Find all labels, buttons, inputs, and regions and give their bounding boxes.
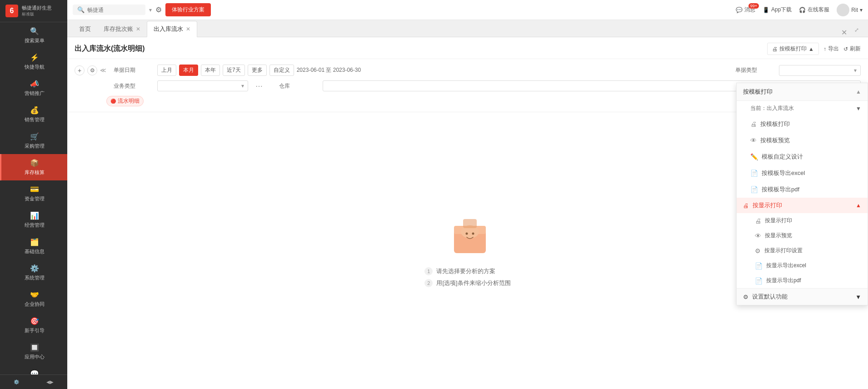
app-logo: 6 畅捷通好生意 标准版 bbox=[0, 0, 67, 22]
refresh-button[interactable]: ↺ 刷新 bbox=[843, 45, 861, 53]
app-download-button[interactable]: 📱 App下载 bbox=[763, 6, 792, 14]
user-avatar[interactable]: Rit ▾ bbox=[837, 4, 863, 16]
message-button[interactable]: 💬 消息 99+ bbox=[736, 6, 755, 14]
sidebar-item-newbie[interactable]: 🎯 新手引导 bbox=[0, 312, 67, 339]
template-export-excel-item[interactable]: 📄 按模板导出excel bbox=[737, 165, 868, 181]
system-icon: ⚙️ bbox=[30, 264, 39, 273]
page-header: 出入库流水(流水明细) 🖨 按模板打印 ▲ ↑ 导出 ↺ 刷新 bbox=[67, 37, 868, 59]
filter-controls: + ⚙ ≪ bbox=[75, 65, 106, 75]
tab-batch[interactable]: 库存批次账 ✕ bbox=[97, 21, 147, 37]
user-chevron-icon: ▾ bbox=[860, 7, 863, 13]
display-settings-icon: ⚙ bbox=[755, 247, 761, 254]
dropdown-header-arrow-icon[interactable]: ▲ bbox=[856, 89, 861, 95]
filter-custom-btn[interactable]: 自定义 bbox=[269, 65, 294, 76]
filter-add-button[interactable]: + bbox=[75, 65, 85, 75]
tab-batch-close-icon[interactable]: ✕ bbox=[136, 26, 140, 32]
filter-biz-select[interactable]: ▾ bbox=[157, 80, 248, 91]
filter-this-month-btn[interactable]: 本月 bbox=[179, 65, 198, 76]
sidebar-item-sales[interactable]: 💰 销售管理 bbox=[0, 101, 67, 128]
svg-point-3 bbox=[466, 232, 468, 234]
tab-flow-close-icon[interactable]: ✕ bbox=[186, 26, 190, 32]
tab-flow-label: 出入库流水 bbox=[154, 25, 183, 33]
sidebar-bottom: ⚙️ ◀▶ bbox=[0, 374, 67, 389]
sidebar-item-enterprise[interactable]: 🤝 企业协同 bbox=[0, 286, 67, 312]
sidebar-item-basics[interactable]: 🗂️ 基础信息 bbox=[0, 233, 67, 259]
topbar-search-box[interactable]: 🔍 bbox=[73, 5, 145, 15]
sidebar-item-finance[interactable]: 💳 资金管理 bbox=[0, 180, 67, 207]
template-preview-item[interactable]: 👁 按模板预览 bbox=[737, 132, 868, 149]
filter-this-year-btn[interactable]: 本年 bbox=[201, 65, 220, 76]
template-pdf-icon: 📄 bbox=[750, 186, 758, 193]
filter-tag: 🔴 流水明细 bbox=[106, 96, 144, 106]
tab-home[interactable]: 首页 bbox=[73, 21, 97, 37]
filter-biz-more: ⋯ bbox=[255, 82, 263, 90]
search-input[interactable] bbox=[87, 7, 141, 13]
template-export-excel-label: 按模板导出excel bbox=[762, 169, 805, 177]
topbar-gear-icon[interactable]: ⚙ bbox=[155, 5, 162, 14]
maximize-icon[interactable]: ⤢ bbox=[851, 23, 863, 37]
apps-icon: 🔲 bbox=[30, 343, 39, 352]
display-export-pdf-item[interactable]: 📄 按显示导出pdf bbox=[737, 273, 868, 288]
filter-last-month-btn[interactable]: 上月 bbox=[157, 65, 176, 76]
inventory-icon: 📦 bbox=[30, 159, 39, 167]
sidebar-item-inventory[interactable]: 📦 库存核算 bbox=[0, 154, 67, 180]
sidebar-item-operations[interactable]: 📊 经营管理 bbox=[0, 207, 67, 233]
filter-more-btn[interactable]: 更多 bbox=[248, 65, 267, 76]
sidebar-item-quick-nav[interactable]: ⚡ 快捷导航 bbox=[0, 49, 67, 75]
app-badge: 标准版 bbox=[22, 11, 52, 17]
message-badge: 99+ bbox=[748, 3, 759, 9]
wecom-icon: 💬 bbox=[30, 369, 39, 374]
sales-icon: 💰 bbox=[30, 106, 39, 115]
dropdown-header-title: 按模板打印 bbox=[743, 88, 773, 96]
sidebar-collapse-btn[interactable]: ◀▶ bbox=[46, 379, 54, 384]
filter-type-label: 单据类型 bbox=[735, 66, 772, 74]
topbar: 🔍 ▾ ⚙ 体验行业方案 💬 消息 99+ 📱 App下载 🎧 在线客服 Rit bbox=[67, 0, 868, 20]
close-all-icon[interactable]: ✕ bbox=[838, 28, 851, 37]
display-preview-label: 按显示预览 bbox=[765, 232, 792, 239]
svg-point-4 bbox=[472, 232, 474, 234]
sidebar-item-marketing[interactable]: 📣 营销推广 bbox=[0, 75, 67, 101]
biz-select-arrow-icon: ▾ bbox=[241, 83, 244, 89]
filter-date-range: 2023-06-01 至 2023-06-30 bbox=[297, 66, 361, 74]
online-service-button[interactable]: 🎧 在线客服 bbox=[799, 6, 829, 14]
display-settings-item[interactable]: ⚙ 按显示打印设置 bbox=[737, 243, 868, 258]
sidebar-item-purchase[interactable]: 🛒 采购管理 bbox=[0, 128, 67, 154]
biz-more-icon[interactable]: ⋯ bbox=[255, 82, 263, 90]
dropdown-footer[interactable]: ⚙ 设置默认功能 ▼ bbox=[737, 288, 868, 305]
sidebar-item-label: 库存核算 bbox=[25, 169, 45, 176]
sidebar-settings-btn[interactable]: ⚙️ bbox=[14, 379, 19, 384]
display-preview-item[interactable]: 👁 按显示预览 bbox=[737, 228, 868, 243]
print-template-button[interactable]: 🖨 按模板打印 ▲ bbox=[767, 43, 819, 55]
search-icon: 🔍 bbox=[77, 6, 85, 13]
export-button[interactable]: ↑ 导出 bbox=[823, 45, 839, 53]
filter-type-select[interactable]: ▾ bbox=[779, 65, 861, 76]
sidebar-item-search[interactable]: 🔍 搜索菜单 bbox=[0, 22, 67, 49]
tab-flow[interactable]: 出入库流水 ✕ bbox=[147, 21, 197, 37]
search-chevron-icon[interactable]: ▾ bbox=[149, 7, 152, 13]
empty-steps: 1 请先选择要分析的方案 2 用[选项]条件来缩小分析范围 bbox=[424, 267, 510, 287]
page-title: 出入库流水(流水明细) bbox=[75, 44, 145, 54]
filter-settings-button[interactable]: ⚙ bbox=[87, 65, 97, 75]
display-export-pdf-label: 按显示导出pdf bbox=[766, 277, 801, 284]
sidebar-item-wecom[interactable]: 💬 企业微信 bbox=[0, 365, 67, 374]
newbie-icon: 🎯 bbox=[30, 317, 39, 325]
trial-button[interactable]: 体验行业方案 bbox=[165, 3, 211, 16]
refresh-label: 刷新 bbox=[850, 45, 861, 53]
display-excel-icon: 📄 bbox=[755, 262, 763, 269]
footer-arrow-icon: ▼ bbox=[855, 294, 861, 300]
filter-collapse-icon[interactable]: ≪ bbox=[100, 67, 106, 74]
template-customize-item[interactable]: ✏️ 模板自定义设计 bbox=[737, 149, 868, 165]
dropdown-current-item[interactable]: 当前：出入库流水 ▼ bbox=[737, 101, 868, 116]
filter-7days-btn[interactable]: 近7天 bbox=[223, 65, 245, 76]
sidebar-item-apps[interactable]: 🔲 应用中心 bbox=[0, 339, 67, 365]
sidebar-item-system[interactable]: ⚙️ 系统管理 bbox=[0, 259, 67, 286]
template-export-pdf-item[interactable]: 📄 按模板导出pdf bbox=[737, 181, 868, 198]
display-print-item[interactable]: 🖨 按显示打印 bbox=[737, 213, 868, 228]
display-export-excel-item[interactable]: 📄 按显示导出excel bbox=[737, 258, 868, 273]
sidebar-item-label: 基础信息 bbox=[25, 248, 45, 255]
filter-date-label: 单据日期 bbox=[114, 66, 150, 74]
display-section-header[interactable]: 🖨 按显示打印 ▲ bbox=[737, 198, 868, 213]
template-excel-icon: 📄 bbox=[750, 170, 758, 177]
template-print-item[interactable]: 🖨 按模板打印 bbox=[737, 116, 868, 132]
filter-tag-label: 流水明细 bbox=[118, 97, 140, 105]
